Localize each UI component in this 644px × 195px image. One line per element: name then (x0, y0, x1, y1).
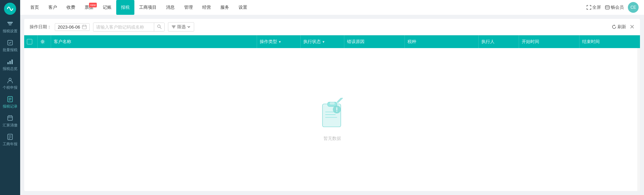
sidebar-item-piliang-baoshui[interactable]: 批量报税 (0, 36, 20, 55)
nav-item-business[interactable]: 工商项目 (134, 0, 161, 15)
svg-rect-23 (82, 25, 86, 29)
avatar[interactable]: CE (628, 2, 639, 13)
annual-icon (6, 114, 14, 122)
sidebar-item-baoshui-zongjian[interactable]: 报税总览 (0, 55, 20, 74)
nav-item-clients[interactable]: 客户 (44, 0, 62, 15)
toolbar-right: 刷新 ✕ (612, 24, 635, 30)
date-label: 操作日期： (30, 24, 51, 30)
sidebar-item-label: 汇算清缴 (3, 123, 17, 128)
nav-item-management[interactable]: 管理 (179, 0, 198, 15)
sidebar-item-huisuan-jiaona[interactable]: 汇算清缴 (0, 112, 20, 130)
sidebar-item-geshui-shenbao[interactable]: 个税申报 (0, 74, 20, 93)
column-settings-icon (40, 39, 45, 44)
sort-icon-op-type[interactable]: ▼ (278, 40, 282, 44)
sidebar-item-label: 个税申报 (3, 85, 17, 90)
th-start-time: 开始时间 (519, 35, 579, 48)
app-logo[interactable] (4, 3, 16, 15)
member-icon (605, 5, 610, 10)
th-executor: 执行人 (479, 35, 519, 48)
chevron-down-icon (187, 25, 190, 29)
scrollbar-track[interactable] (637, 48, 640, 191)
refresh-icon (612, 25, 616, 29)
svg-rect-1 (7, 22, 13, 23)
calendar-icon (82, 25, 87, 29)
svg-rect-40 (337, 98, 343, 103)
th-checkbox[interactable] (24, 35, 38, 48)
nav-item-tax[interactable]: 报税 (116, 0, 134, 15)
svg-point-27 (158, 25, 160, 28)
svg-point-39 (336, 111, 337, 112)
svg-rect-2 (8, 23, 12, 24)
empty-state: 暂无数据 (315, 98, 349, 142)
nav-item-finance[interactable]: 经营 (198, 0, 216, 15)
nav-item-accounting[interactable]: 记账 (98, 0, 116, 15)
search-box (93, 23, 165, 32)
overview-icon (6, 58, 14, 65)
refresh-button[interactable]: 刷新 (612, 24, 626, 30)
svg-rect-13 (8, 116, 12, 120)
svg-point-29 (42, 41, 44, 43)
th-end-time: 结束时间 (579, 35, 640, 48)
sidebar-item-label: 工商年报 (3, 142, 17, 147)
table-body: 暂无数据 (24, 48, 640, 191)
new-badge: new (89, 3, 97, 7)
svg-line-28 (160, 27, 161, 29)
th-settings[interactable] (38, 35, 51, 48)
sidebar-item-gongshang-nianbao[interactable]: 工商年报 (0, 130, 20, 149)
sidebar-item-label: 报税记录 (3, 104, 17, 109)
content-card: 操作日期： 2023-06-06 (24, 19, 640, 191)
svg-rect-3 (9, 25, 11, 25)
nav-item-settings[interactable]: 设置 (234, 0, 252, 15)
fullscreen-button[interactable]: 全屏 (587, 4, 601, 10)
svg-rect-5 (7, 62, 9, 64)
toolbar: 操作日期： 2023-06-06 (24, 19, 640, 35)
annual-report-icon (6, 133, 14, 141)
nav-item-billing[interactable]: 收费 (62, 0, 80, 15)
search-button[interactable] (154, 23, 164, 31)
personal-icon (6, 77, 14, 84)
svg-point-8 (9, 78, 11, 81)
svg-rect-33 (330, 102, 335, 104)
svg-rect-7 (11, 60, 13, 64)
svg-rect-17 (8, 134, 12, 140)
search-icon (157, 24, 162, 29)
sidebar-item-baoshui-shezhi[interactable]: 报税设置 (0, 17, 20, 36)
filter-button[interactable]: 筛选 (168, 22, 194, 32)
topnav-right: 全屏 畅会员 CE (587, 2, 639, 13)
nav-item-home[interactable]: 首页 (26, 0, 44, 15)
sidebar-item-baoshui-jilu[interactable]: 报税记录 (0, 93, 20, 112)
close-button[interactable]: ✕ (630, 24, 635, 30)
empty-text: 暂无数据 (324, 135, 341, 142)
sidebar-item-label: 报税总览 (3, 66, 17, 71)
sidebar: 报税设置 批量报税 报税总览 个税申报 (0, 0, 20, 195)
date-value: 2023-06-06 (58, 25, 80, 30)
batch-icon (6, 39, 14, 46)
content-area: 操作日期： 2023-06-06 (20, 15, 644, 195)
filter-icon (172, 25, 176, 29)
record-icon (6, 95, 14, 103)
sort-icon-exec-status[interactable]: ▼ (322, 40, 325, 44)
table-header: 客户名称 操作类型 ▼ 执行状态 ▼ 错误原因 税种 执行人 (24, 35, 640, 48)
th-tax-type: 税种 (405, 35, 479, 48)
select-all-checkbox[interactable] (27, 39, 32, 44)
th-op-type: 操作类型 ▼ (257, 35, 301, 48)
sidebar-item-label: 批量报税 (3, 47, 17, 52)
sidebar-item-label: 报税设置 (3, 29, 17, 34)
th-exec-status: 执行状态 ▼ (301, 35, 344, 48)
search-input[interactable] (93, 23, 154, 31)
settings-icon (6, 20, 14, 28)
top-navigation: 首页 客户 收费 票据 new 记账 报税 工商项目 消息 管理 经营 (20, 0, 644, 15)
nav-item-invoice[interactable]: 票据 new (80, 0, 98, 15)
empty-icon (315, 98, 349, 131)
svg-rect-6 (9, 61, 11, 64)
th-client-name: 客户名称 (51, 35, 257, 48)
th-error-reason: 错误原因 (344, 35, 405, 48)
member-button[interactable]: 畅会员 (605, 4, 624, 10)
nav-item-messages[interactable]: 消息 (161, 0, 179, 15)
fullscreen-icon (587, 5, 591, 10)
main-area: 首页 客户 收费 票据 new 记账 报税 工商项目 消息 管理 经营 (20, 0, 644, 195)
nav-item-services[interactable]: 服务 (216, 0, 234, 15)
date-picker[interactable]: 2023-06-06 (55, 23, 90, 31)
svg-rect-21 (605, 6, 609, 9)
